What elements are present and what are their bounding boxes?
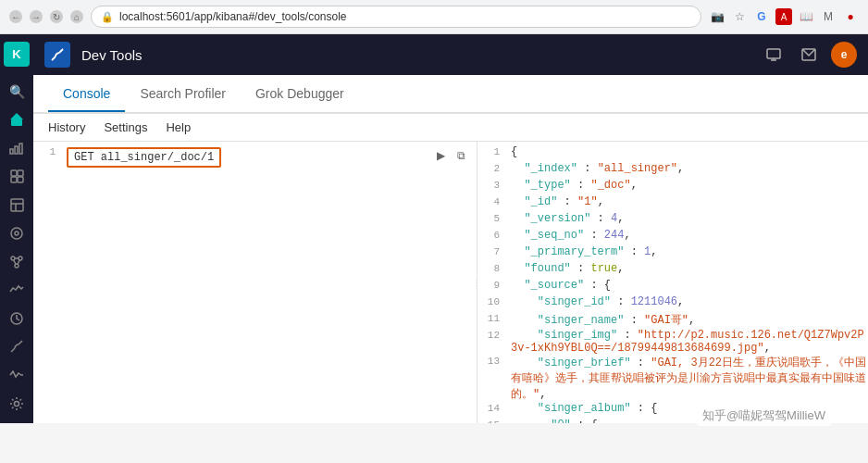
svg-rect-7	[11, 177, 17, 182]
output-line-4: 4 "_id" : "1",	[477, 195, 868, 212]
extension-a-icon[interactable]: A	[775, 8, 792, 25]
forward-button[interactable]: →	[30, 10, 43, 23]
sidebar-item-management[interactable]	[4, 391, 30, 416]
editor-input-container[interactable]: GET all_singer/_doc/1	[67, 147, 221, 168]
svg-line-19	[18, 259, 20, 264]
monitor-icon[interactable]	[761, 42, 787, 68]
url-text: localhost:5601/app/kibana#/dev_tools/con…	[119, 10, 347, 23]
menu-help[interactable]: Help	[158, 118, 198, 137]
menu-settings[interactable]: Settings	[96, 118, 155, 137]
tab-search-profiler[interactable]: Search Profiler	[125, 77, 241, 112]
sidebar: K 🔍	[0, 34, 33, 423]
sidebar-item-ml[interactable]	[4, 221, 30, 246]
output-pane: 1 { 2 "_index" : "all_singer", 3 "_type"…	[477, 142, 868, 423]
sidebar-item-canvas[interactable]	[4, 193, 30, 218]
output-code: 1 { 2 "_index" : "all_singer", 3 "_type"…	[477, 142, 868, 423]
svg-rect-22	[767, 49, 780, 58]
address-bar[interactable]: 🔒 localhost:5601/app/kibana#/dev_tools/c…	[91, 6, 701, 28]
refresh-button[interactable]: ↻	[50, 10, 63, 23]
devtools-icon	[44, 42, 70, 68]
sidebar-item-monitoring[interactable]	[4, 363, 30, 388]
sidebar-item-discover[interactable]: 🔍	[4, 79, 30, 104]
output-line-8: 8 "found" : true,	[477, 262, 868, 279]
tab-grok-debugger[interactable]: Grok Debugger	[241, 77, 359, 112]
sidebar-item-dev-tools[interactable]	[4, 334, 30, 359]
kibana-logo: K	[4, 42, 30, 67]
svg-point-14	[11, 257, 15, 260]
main-layout: K 🔍	[0, 34, 868, 423]
output-line-11: 11 "singer_name" : "GAI哥",	[477, 312, 868, 329]
svg-rect-4	[19, 144, 22, 154]
browser-actions: 📷 ☆ G A 📖 M ●	[709, 8, 859, 25]
svg-rect-8	[18, 177, 23, 182]
menu-bar: History Settings Help	[33, 114, 868, 142]
code-editor[interactable]: 1 GET all_singer/_doc/1	[33, 142, 477, 423]
extension-book-icon[interactable]: 📖	[798, 8, 814, 25]
svg-rect-9	[11, 199, 23, 211]
output-line-9: 9 "_source" : {	[477, 279, 868, 295]
editor-input-text: GET all_singer/_doc/1	[74, 151, 214, 164]
browser-chrome: ← → ↻ ⌂ 🔒 localhost:5601/app/kibana#/dev…	[0, 0, 868, 34]
output-line-2: 2 "_index" : "all_singer",	[477, 162, 868, 179]
output-line-6: 6 "_seq_no" : 244,	[477, 229, 868, 245]
output-line-1: 1 {	[477, 145, 868, 162]
tabs-bar: Console Search Profiler Grok Debugger	[33, 75, 868, 114]
avatar[interactable]: e	[831, 42, 857, 68]
extension-m-icon[interactable]: M	[820, 8, 837, 25]
header-icons: e	[761, 42, 857, 68]
sidebar-item-uptime[interactable]	[4, 306, 30, 331]
sidebar-item-dashboard[interactable]	[4, 164, 30, 189]
output-line-12: 12 "singer_img" : "http://p2.music.126.n…	[477, 329, 868, 355]
sidebar-item-graph[interactable]	[4, 249, 30, 274]
extension-red-icon[interactable]: ●	[842, 8, 859, 25]
app-header: Dev Tools e	[33, 34, 868, 75]
svg-point-21	[15, 401, 19, 406]
browser-toolbar: ← → ↻ ⌂ 🔒 localhost:5601/app/kibana#/dev…	[0, 0, 868, 33]
output-line-7: 7 "_primary_term" : 1,	[477, 245, 868, 262]
tab-console[interactable]: Console	[48, 77, 125, 112]
extension-g-icon[interactable]: G	[753, 8, 770, 25]
app-title: Dev Tools	[81, 47, 750, 63]
copy-button[interactable]: ⧉	[453, 147, 469, 164]
back-button[interactable]: ←	[9, 10, 22, 23]
svg-point-15	[19, 257, 22, 260]
output-line-5: 5 "_version" : 4,	[477, 212, 868, 229]
output-line-14: 14 "singer_album" : {	[477, 402, 868, 419]
sidebar-item-apm[interactable]	[4, 278, 30, 303]
svg-rect-3	[15, 146, 18, 154]
line-number-1: 1	[33, 145, 63, 157]
content-area: Dev Tools e Console Search Profiler Grok…	[33, 34, 868, 423]
editor-area: 1 GET all_singer/_doc/1 ▶ ⧉ ⋮	[33, 142, 868, 423]
svg-point-12	[11, 228, 22, 239]
svg-rect-2	[10, 149, 13, 154]
screenshot-icon[interactable]: 📷	[709, 8, 725, 25]
output-line-15: 15 "0" : {	[477, 419, 868, 423]
svg-rect-6	[18, 170, 23, 176]
svg-marker-1	[10, 113, 23, 119]
svg-point-13	[15, 232, 19, 235]
editor-line-1: 1 GET all_singer/_doc/1	[33, 145, 477, 169]
editor-actions: ▶ ⧉	[432, 147, 469, 164]
svg-rect-0	[11, 119, 22, 126]
editor-pane: 1 GET all_singer/_doc/1 ▶ ⧉ ⋮	[33, 142, 477, 423]
output-line-3: 3 "_type" : "_doc",	[477, 179, 868, 195]
home-button[interactable]: ⌂	[70, 10, 83, 23]
mail-icon[interactable]	[796, 42, 822, 68]
svg-line-18	[14, 259, 17, 264]
sidebar-item-visualize[interactable]	[4, 136, 30, 161]
resize-handle[interactable]: ⋮	[474, 142, 477, 423]
svg-rect-5	[11, 170, 17, 176]
output-line-13: 13 "singer_brief" : "GAI, 3月22日生，重庆说唱歌手，…	[477, 355, 868, 402]
sidebar-item-home[interactable]	[4, 107, 30, 132]
menu-history[interactable]: History	[41, 118, 93, 137]
run-button[interactable]: ▶	[432, 147, 449, 164]
bookmark-icon[interactable]: ☆	[731, 8, 748, 25]
output-line-10: 10 "singer_id" : 1211046,	[477, 295, 868, 312]
